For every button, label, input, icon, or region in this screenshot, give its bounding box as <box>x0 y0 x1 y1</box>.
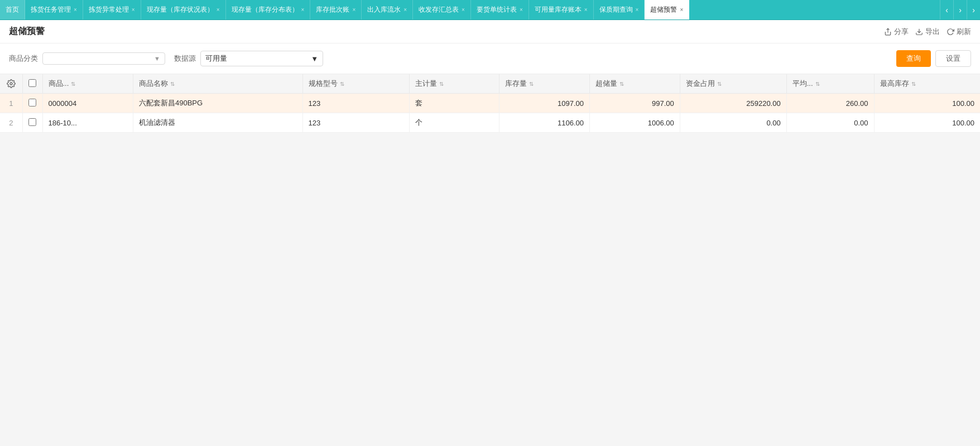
share-button[interactable]: 分享 <box>884 27 909 37</box>
nav-tab-pick-task-label: 拣货任务管理 <box>31 5 71 14</box>
row-select-1[interactable] <box>28 118 36 126</box>
th-unit-label: 主计量 <box>415 79 437 89</box>
category-select[interactable]: ▼ <box>42 52 165 65</box>
th-product-code-label: 商品... <box>49 79 69 89</box>
nav-tab-pick-error[interactable]: 拣货异常处理 × <box>83 0 141 20</box>
row-spec-1: 123 <box>302 113 409 133</box>
nav-tab-summary[interactable]: 收发存汇总表 × <box>413 0 471 20</box>
nav-tab-pick-error-close[interactable]: × <box>132 7 135 13</box>
th-spec[interactable]: 规格型号 ⇅ <box>302 74 409 94</box>
nav-tab-stock-status[interactable]: 现存量（库存状况表） × <box>141 0 226 20</box>
row-checkbox-1 <box>22 113 42 133</box>
page-header: 超储预警 分享 导出 刷新 <box>0 20 980 43</box>
nav-tab-batch[interactable]: 库存批次账 × <box>310 0 362 20</box>
settings-button[interactable]: 设置 <box>935 50 971 67</box>
nav-more-button[interactable]: › <box>967 0 980 20</box>
th-avg[interactable]: 平均... ⇅ <box>786 74 874 94</box>
nav-tab-overstock[interactable]: 超储预警 × <box>645 0 689 20</box>
nav-tab-batch-close[interactable]: × <box>352 7 356 13</box>
datasource-value: 可用量 <box>205 54 311 64</box>
export-button[interactable]: 导出 <box>915 27 940 37</box>
row-product-code-0: 0000004 <box>42 94 133 113</box>
nav-tab-order-stat[interactable]: 要货单统计表 × <box>471 0 529 20</box>
select-all-checkbox[interactable] <box>28 79 36 87</box>
nav-tab-pick-error-label: 拣货异常处理 <box>89 5 129 14</box>
row-select-0[interactable] <box>28 99 36 106</box>
sort-overstock-icon: ⇅ <box>619 81 624 87</box>
th-stock[interactable]: 库存量 ⇅ <box>499 74 590 94</box>
th-capital-label: 资金占用 <box>686 79 715 89</box>
nav-tab-avail-stock-close[interactable]: × <box>584 7 588 13</box>
refresh-icon <box>947 28 954 36</box>
row-overstock-1: 1006.00 <box>590 113 680 133</box>
table-container: 商品... ⇅ 商品名称 ⇅ 规格型号 ⇅ <box>0 74 980 133</box>
sort-capital-icon: ⇅ <box>717 81 722 87</box>
row-checkbox-0 <box>22 94 42 113</box>
nav-tab-order-stat-close[interactable]: × <box>520 7 523 13</box>
row-product-name-0: 六配套新昌490BPG <box>133 94 302 113</box>
row-avg-1: 0.00 <box>786 113 874 133</box>
th-product-name[interactable]: 商品名称 ⇅ <box>133 74 302 94</box>
nav-tab-stock-status-label: 现存量（库存状况表） <box>147 5 214 14</box>
row-max-stock-0: 100.00 <box>874 94 980 113</box>
sort-max-stock-icon: ⇅ <box>911 81 916 87</box>
row-unit-0: 套 <box>409 94 499 113</box>
filter-area: 商品分类 ▼ 数据源 可用量 ▼ 查询 设置 <box>0 43 980 74</box>
row-unit-1: 个 <box>409 113 499 133</box>
nav-tab-summary-close[interactable]: × <box>462 7 465 13</box>
nav-tab-stock-dist[interactable]: 现存量（库存分布表） × <box>226 0 311 20</box>
export-icon <box>915 28 923 36</box>
nav-tab-flow[interactable]: 出入库流水 × <box>362 0 413 20</box>
nav-next-button[interactable]: › <box>953 0 967 20</box>
nav-tab-avail-stock-label: 可用量库存账本 <box>535 5 582 14</box>
row-spec-0: 123 <box>302 94 409 113</box>
th-product-code[interactable]: 商品... ⇅ <box>42 74 133 94</box>
refresh-label: 刷新 <box>957 27 971 37</box>
table-row: 2 186-10... 机油滤清器 123 个 1106.00 1006.00 … <box>0 113 980 133</box>
nav-tab-overstock-close[interactable]: × <box>680 7 683 13</box>
th-max-stock-label: 最高库存 <box>880 79 909 89</box>
nav-prev-button[interactable]: ‹ <box>940 0 953 20</box>
nav-tab-flow-label: 出入库流水 <box>367 5 401 14</box>
th-product-name-label: 商品名称 <box>139 79 168 89</box>
nav-tab-flow-close[interactable]: × <box>403 7 407 13</box>
th-overstock[interactable]: 超储量 ⇅ <box>590 74 680 94</box>
nav-tab-order-stat-label: 要货单统计表 <box>477 5 517 14</box>
nav-tab-pick-task[interactable]: 拣货任务管理 × <box>25 0 83 20</box>
th-gear <box>0 74 22 94</box>
row-overstock-0: 997.00 <box>590 94 680 113</box>
query-button[interactable]: 查询 <box>896 50 931 67</box>
th-overstock-label: 超储量 <box>595 79 617 89</box>
nav-tab-stock-dist-close[interactable]: × <box>301 7 305 13</box>
nav-tab-expiry-close[interactable]: × <box>636 7 639 13</box>
table-body: 1 0000004 六配套新昌490BPG 123 套 1097.00 997.… <box>0 94 980 133</box>
nav-tab-pick-task-close[interactable]: × <box>74 7 77 13</box>
refresh-button[interactable]: 刷新 <box>947 27 971 37</box>
page-container: 超储预警 分享 导出 刷新 商品分类 ▼ 数据源 <box>0 20 980 133</box>
main-table: 商品... ⇅ 商品名称 ⇅ 规格型号 ⇅ <box>0 74 980 133</box>
nav-tab-summary-label: 收发存汇总表 <box>419 5 459 14</box>
datasource-filter-group: 数据源 可用量 ▼ <box>174 51 323 66</box>
row-index-1: 2 <box>0 113 22 133</box>
th-unit[interactable]: 主计量 ⇅ <box>409 74 499 94</box>
sort-product-code-icon: ⇅ <box>71 81 75 87</box>
share-label: 分享 <box>894 27 909 37</box>
sort-spec-icon: ⇅ <box>340 81 344 87</box>
nav-tab-stock-dist-label: 现存量（库存分布表） <box>232 5 299 14</box>
nav-tab-home[interactable]: 首页 <box>0 0 25 20</box>
row-stock-0: 1097.00 <box>499 94 590 113</box>
th-capital[interactable]: 资金占用 ⇅ <box>680 74 786 94</box>
category-filter-group: 商品分类 ▼ <box>9 52 165 65</box>
nav-tab-avail-stock[interactable]: 可用量库存账本 × <box>529 0 594 20</box>
datasource-select[interactable]: 可用量 ▼ <box>200 51 323 66</box>
sort-avg-icon: ⇅ <box>815 81 820 87</box>
th-max-stock[interactable]: 最高库存 ⇅ <box>874 74 980 94</box>
th-avg-label: 平均... <box>792 79 813 89</box>
row-avg-0: 260.00 <box>786 94 874 113</box>
row-capital-1: 0.00 <box>680 113 786 133</box>
sort-product-name-icon: ⇅ <box>170 81 175 87</box>
datasource-chevron-icon: ▼ <box>311 55 318 63</box>
nav-tab-expiry[interactable]: 保质期查询 × <box>594 0 645 20</box>
gear-icon[interactable] <box>7 79 16 88</box>
nav-tab-stock-status-close[interactable]: × <box>217 7 220 13</box>
